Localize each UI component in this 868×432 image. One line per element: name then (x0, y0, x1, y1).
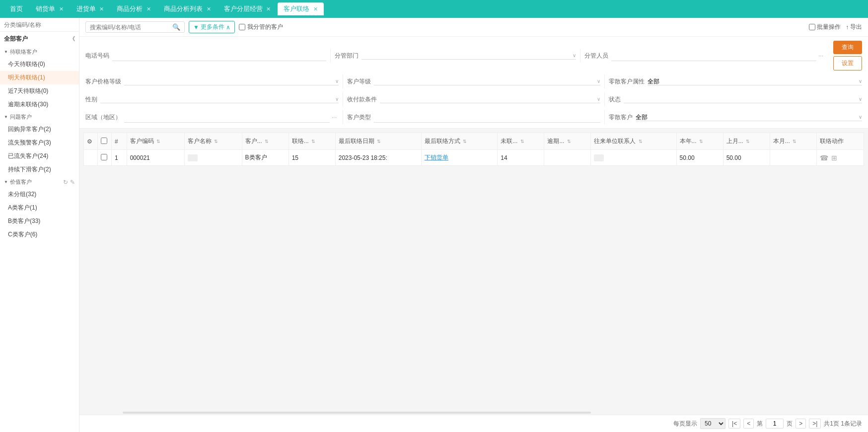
page-input[interactable] (766, 419, 784, 429)
phone-input[interactable] (112, 51, 326, 61)
status-select-wrapper: ∨ (624, 96, 862, 103)
retail-customer-chevron-icon: ∨ (859, 114, 862, 120)
filter-retail-attr: 零散客户属性 全部 ∨ (609, 77, 862, 86)
close-customer-tiering-icon[interactable]: ✕ (266, 6, 271, 12)
th-last-contact-method[interactable]: 最后联络方式 ⇅ (421, 133, 497, 150)
per-page-select[interactable]: 50 10 20 100 (700, 418, 725, 429)
close-product-analysis-list-icon[interactable]: ✕ (207, 6, 211, 12)
my-customers-checkbox-area[interactable]: 我分管的客户 (239, 23, 283, 31)
query-button[interactable]: 查询 (833, 41, 862, 54)
nav-customer-tiering[interactable]: 客户分层经营 ✕ (218, 2, 277, 15)
nav-customer-contact[interactable]: 客户联络 ✕ (278, 2, 324, 15)
export-button[interactable]: ↑ 导出 (846, 23, 862, 31)
table-row: 1 000021 B类客户 15 2023-05-23 18:25: 下销货单 … (84, 150, 864, 166)
close-purchase-icon[interactable]: ✕ (99, 6, 104, 12)
sidebar-all-customers[interactable]: 全部客户 《 (0, 32, 79, 46)
action-contact-icon[interactable]: ☎ (820, 154, 828, 162)
next-page-button[interactable]: > (796, 419, 806, 429)
person-label: 分管人员 (584, 52, 608, 60)
close-product-analysis-icon[interactable]: ✕ (146, 6, 151, 12)
action-icons: ☎ ⊞ (820, 154, 861, 162)
sidebar-item-class-c[interactable]: C类客户(6) (0, 228, 79, 241)
customer-price-select[interactable] (124, 78, 335, 85)
filter-row-3: 性别 ∨ 收付款条件 ∨ 状态 (85, 92, 862, 106)
th-code[interactable]: 客户编码 ⇅ (127, 133, 184, 150)
select-all-checkbox[interactable] (101, 138, 107, 144)
th-check[interactable] (98, 133, 112, 150)
filter-btn-label: 更多条件 (201, 23, 224, 31)
gender-select[interactable] (100, 96, 335, 103)
sidebar-item-today-pending[interactable]: 今天待联络(0) (0, 58, 79, 71)
td-gear (84, 150, 98, 166)
prev-page-button[interactable]: < (743, 419, 754, 429)
sidebar-search-input[interactable] (4, 21, 78, 28)
sidebar-pending-group: 待联络客户 (0, 46, 79, 58)
th-contact[interactable]: 联络... ⇅ (289, 133, 335, 150)
sidebar-item-tomorrow-pending[interactable]: 明天待联络(1) (0, 71, 79, 84)
batch-checkbox[interactable] (809, 24, 815, 30)
th-year-amount[interactable]: 本年... ⇅ (676, 133, 723, 150)
filter-panel: 电话号码 分管部门 ∨ 分管人员 ··· (79, 37, 868, 129)
region-input[interactable] (124, 112, 330, 123)
first-page-button[interactable]: |< (728, 419, 740, 429)
nav-home[interactable]: 首页 (4, 2, 29, 15)
sidebar-item-ungrouped[interactable]: 未分组(32) (0, 188, 79, 201)
sidebar-item-churn-warning[interactable]: 流失预警客户(3) (0, 136, 79, 149)
sidebar-item-class-b[interactable]: B类客户(33) (0, 215, 79, 228)
batch-operation-button[interactable]: 批量操作 (809, 23, 841, 31)
customer-type-input[interactable] (374, 112, 600, 123)
th-unit-contact[interactable]: 往来单位联系人 ⇅ (591, 133, 676, 150)
th-action: 联络动作 (816, 133, 864, 150)
more-filter-button[interactable]: ▼ 更多条件 ∧ (189, 21, 235, 33)
reset-button[interactable]: 设置 (833, 56, 862, 71)
sidebar-item-class-a[interactable]: A类客户(1) (0, 201, 79, 215)
sidebar-collapse-icon[interactable]: 《 (70, 35, 75, 43)
my-customers-checkbox[interactable] (239, 24, 245, 30)
th-uncontacted[interactable]: 未联... ⇅ (498, 133, 544, 150)
nav-product-analysis-list[interactable]: 商品分析列表 ✕ (158, 2, 217, 15)
close-sales-icon[interactable]: ✕ (59, 6, 64, 12)
my-customers-label: 我分管的客户 (247, 23, 283, 31)
filter-row-2: 客户价格等级 ∨ 客户等级 ∨ 零散客户属性 (85, 74, 862, 88)
retail-customer-select[interactable]: 全部 (636, 114, 859, 121)
last-contact-method-link[interactable]: 下销货单 (425, 154, 448, 161)
sidebar-item-continuous-decline[interactable]: 持续下滑客户(2) (0, 163, 79, 176)
search-icon[interactable]: 🔍 (172, 23, 180, 31)
nav-product-analysis[interactable]: 商品分析 ✕ (111, 2, 157, 15)
payment-select[interactable] (380, 96, 597, 103)
last-page-button[interactable]: >| (809, 419, 821, 429)
th-type[interactable]: 客户... ⇅ (242, 133, 289, 150)
sidebar-item-repurchase-abnormal[interactable]: 回购异常客户(2) (0, 123, 79, 136)
sidebar-item-7days-pending[interactable]: 近7天待联络(0) (0, 84, 79, 98)
nav-sales[interactable]: 销货单 ✕ (30, 2, 70, 15)
table-header-row: ⚙ # 客户编码 ⇅ 客户名称 ⇅ 客户... ⇅ 联络... ⇅ 最后联络日期… (84, 133, 864, 150)
td-year-amount: 50.00 (676, 150, 723, 166)
close-customer-contact-icon[interactable]: ✕ (313, 6, 318, 12)
th-this-month[interactable]: 本月... ⇅ (770, 133, 816, 150)
region-dots-icon[interactable]: ··· (330, 114, 339, 121)
value-group-refresh-icon[interactable]: ↻ (63, 179, 68, 186)
dept-select[interactable] (362, 52, 572, 59)
th-last-contact-date[interactable]: 最后联络日期 ⇅ (335, 133, 421, 150)
person-input[interactable] (611, 51, 816, 61)
th-overdue[interactable]: 逾期... ⇅ (544, 133, 591, 150)
action-more-icon[interactable]: ⊞ (831, 154, 837, 162)
th-gear[interactable]: ⚙ (84, 133, 98, 150)
value-group-edit-icon[interactable]: ✎ (70, 179, 75, 186)
sidebar-search-area: 🔍 (0, 18, 79, 32)
th-name[interactable]: 客户名称 ⇅ (184, 133, 242, 150)
td-check[interactable] (98, 150, 112, 166)
sidebar-item-churned[interactable]: 已流失客户(24) (0, 149, 79, 163)
search-input[interactable] (90, 24, 172, 31)
status-select[interactable] (624, 96, 859, 103)
td-last-contact-method[interactable]: 下销货单 (421, 150, 497, 166)
sidebar-item-overdue-pending[interactable]: 逾期未联络(30) (0, 98, 79, 111)
th-last-month[interactable]: 上月... ⇅ (723, 133, 770, 150)
nav-purchase[interactable]: 进货单 ✕ (71, 2, 110, 15)
customer-level-select[interactable] (374, 78, 597, 85)
row-checkbox[interactable] (101, 154, 107, 160)
per-page-label: 每页显示 (673, 420, 697, 428)
filter-status: 状态 ∨ (609, 95, 862, 104)
retail-attr-select[interactable]: 全部 (648, 78, 859, 85)
person-dots-icon[interactable]: ··· (816, 52, 825, 59)
